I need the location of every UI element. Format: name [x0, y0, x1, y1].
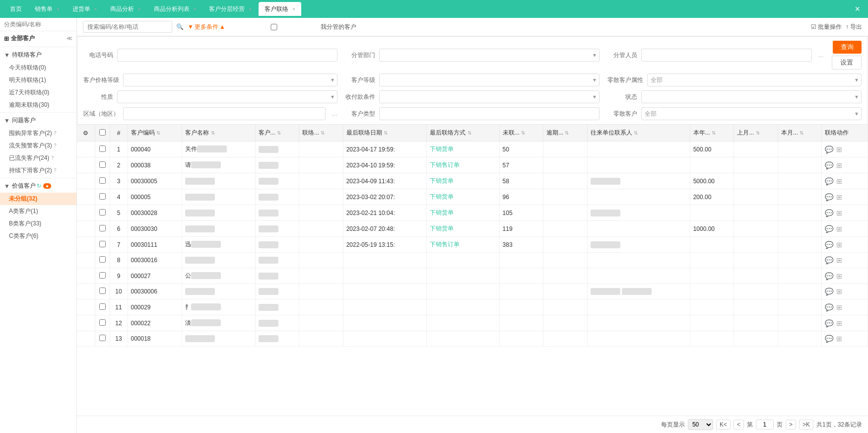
grid-action-icon[interactable]: ⊞ — [836, 193, 842, 201]
sidebar-item-tomorrow[interactable]: 明天待联络(1) — [0, 74, 76, 86]
grid-action-icon[interactable]: ⊞ — [836, 256, 842, 264]
td-check[interactable] — [95, 189, 110, 205]
status-select[interactable]: ▾ — [641, 90, 862, 103]
message-icon[interactable]: 💬 — [825, 256, 833, 264]
close-all-tabs[interactable]: × — [851, 4, 864, 14]
close-sales-tab[interactable]: × — [57, 6, 60, 12]
setting-icon[interactable]: ⚙ — [83, 130, 88, 137]
customer-type-input[interactable] — [379, 107, 600, 120]
price-level-select[interactable]: ▾ — [123, 73, 337, 86]
grid-action-icon[interactable]: ⊞ — [836, 161, 842, 169]
td-check[interactable] — [95, 253, 110, 268]
row-checkbox[interactable] — [99, 288, 106, 294]
tab-sales[interactable]: 销售单 × — [29, 2, 66, 16]
td-check[interactable] — [95, 221, 110, 237]
grid-action-icon[interactable]: ⊞ — [836, 303, 842, 311]
close-purchase-tab[interactable]: × — [94, 6, 97, 12]
payment-select[interactable]: ▾ — [379, 90, 600, 103]
select-all-checkbox[interactable] — [99, 129, 106, 136]
sidebar-collapse-btn[interactable]: ≪ — [67, 35, 72, 42]
th-this-year[interactable]: 本年... ⇅ — [690, 125, 734, 142]
message-icon[interactable]: 💬 — [825, 241, 833, 249]
sidebar-item-today[interactable]: 今天待联络(0) — [0, 62, 76, 74]
my-customers-toggle[interactable]: 我分管的客户 — [229, 23, 356, 31]
sidebar-item-overdue[interactable]: 逾期未联络(30) — [0, 99, 76, 111]
last-contact-method-link[interactable]: 下销售订单 — [430, 161, 460, 168]
grid-action-icon[interactable]: ⊞ — [836, 241, 842, 249]
th-overdue[interactable]: 逾期... ⇅ — [543, 125, 588, 142]
retail-attr-select[interactable]: 全部 ▾ — [647, 73, 862, 86]
sidebar-item-7days[interactable]: 近7天待联络(0) — [0, 86, 76, 99]
grid-action-icon[interactable]: ⊞ — [836, 272, 842, 280]
td-check[interactable] — [95, 331, 110, 347]
th-not-contacted[interactable]: 未联... ⇅ — [499, 125, 543, 142]
th-contact[interactable]: 联络... ⇅ — [299, 125, 343, 142]
row-checkbox[interactable] — [99, 303, 106, 310]
close-product-analysis-list-tab[interactable]: × — [194, 6, 197, 12]
grid-action-icon[interactable]: ⊞ — [836, 209, 842, 217]
th-company-contact[interactable]: 往来单位联系人 ⇅ — [587, 125, 690, 142]
th-this-month[interactable]: 本月... ⇅ — [778, 125, 822, 142]
sidebar-item-ungroup[interactable]: 未分组(32) — [0, 193, 76, 205]
row-checkbox[interactable] — [99, 256, 106, 263]
more-conditions-btn[interactable]: ▼ 更多条件 ▲ — [188, 23, 225, 31]
message-icon[interactable]: 💬 — [825, 303, 833, 311]
close-customer-contact-tab[interactable]: × — [292, 6, 295, 12]
last-contact-method-link[interactable]: 下销货单 — [430, 177, 454, 184]
message-icon[interactable]: 💬 — [825, 193, 833, 201]
row-checkbox[interactable] — [99, 193, 106, 200]
message-icon[interactable]: 💬 — [825, 288, 833, 295]
tab-product-analysis[interactable]: 商品分析 × — [104, 2, 147, 16]
grid-action-icon[interactable]: ⊞ — [836, 145, 842, 153]
batch-op-btn[interactable]: ☑ 批量操作 — [811, 23, 842, 31]
td-check[interactable] — [95, 237, 110, 253]
prev-page-btn[interactable]: < — [734, 420, 744, 430]
message-icon[interactable]: 💬 — [825, 335, 833, 343]
sidebar-group-value[interactable]: ▼ 价值客户 ↻ ● — [0, 179, 76, 193]
manager-input[interactable] — [641, 49, 812, 62]
search-icon[interactable]: 🔍 — [176, 23, 184, 30]
th-setting[interactable]: ⚙ — [77, 125, 95, 142]
th-name[interactable]: 客户名称 ⇅ — [182, 125, 255, 142]
row-checkbox[interactable] — [99, 241, 106, 247]
row-checkbox[interactable] — [99, 145, 106, 152]
retail-customer-select[interactable]: 全部 ▾ — [641, 107, 862, 120]
first-page-btn[interactable]: K< — [716, 420, 731, 430]
export-btn[interactable]: ↑ 导出 — [846, 23, 862, 31]
message-icon[interactable]: 💬 — [825, 161, 833, 169]
sidebar-item-churn-warning[interactable]: 流失预警客户(3) ? — [0, 140, 76, 152]
tab-customer-segmentation[interactable]: 客户分层经营 × — [203, 2, 258, 16]
grid-action-icon[interactable]: ⊞ — [836, 225, 842, 233]
last-contact-method-link[interactable]: 下销货单 — [430, 209, 454, 216]
row-checkbox[interactable] — [99, 225, 106, 231]
sidebar-item-churned[interactable]: 已流失客户(24) ? — [0, 152, 76, 164]
th-last-month[interactable]: 上月... ⇅ — [734, 125, 778, 142]
message-icon[interactable]: 💬 — [825, 145, 833, 153]
query-button[interactable]: 查询 — [833, 41, 862, 54]
row-checkbox[interactable] — [99, 209, 106, 216]
close-customer-segmentation-tab[interactable]: × — [249, 6, 252, 12]
td-check[interactable] — [95, 284, 110, 299]
manager-dots[interactable]: … — [818, 52, 824, 59]
row-checkbox[interactable] — [99, 319, 106, 326]
sidebar-item-declining[interactable]: 持续下滑客户(2) ? — [0, 164, 76, 177]
sidebar-search-input[interactable] — [4, 21, 77, 28]
last-contact-method-link[interactable]: 下销货单 — [430, 145, 454, 152]
td-check[interactable] — [95, 205, 110, 221]
th-check[interactable] — [95, 125, 110, 142]
sidebar-item-abnormal[interactable]: 囤购异常客户(2) ? — [0, 127, 76, 140]
sidebar-group-pending[interactable]: ▼ 待联络客户 — [0, 48, 76, 62]
td-check[interactable] — [95, 299, 110, 315]
row-checkbox[interactable] — [99, 335, 106, 341]
grid-action-icon[interactable]: ⊞ — [836, 288, 842, 295]
all-customers-header[interactable]: ⊞ 全部客户 ≪ — [0, 31, 76, 46]
last-contact-method-link[interactable]: 下销货单 — [430, 193, 454, 200]
my-customers-checkbox[interactable] — [229, 24, 319, 30]
region-input[interactable] — [123, 107, 326, 120]
phone-input[interactable] — [117, 49, 337, 62]
td-check[interactable] — [95, 268, 110, 284]
refresh-icon[interactable]: ↻ — [37, 183, 41, 189]
sidebar-item-b-class[interactable]: B类客户(33) — [0, 217, 76, 230]
row-checkbox[interactable] — [99, 161, 106, 168]
next-page-btn[interactable]: > — [786, 420, 796, 430]
